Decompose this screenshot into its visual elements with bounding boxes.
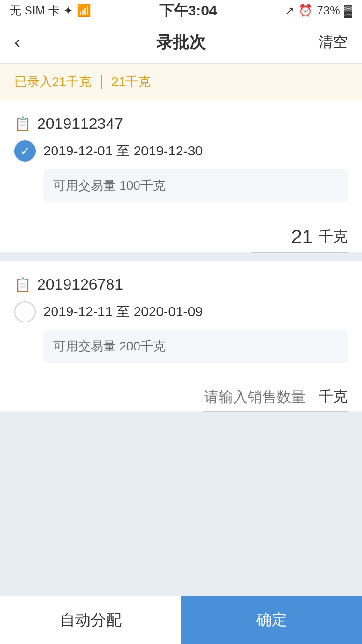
batch-1-amount-value: 21 (292, 226, 313, 248)
recorded-amount-label: 已录入21千克 (14, 73, 91, 90)
batch-2-quantity-input[interactable] (14, 389, 313, 405)
bottom-bar: 自动分配 确定 (0, 596, 362, 644)
clear-button[interactable]: 清空 (319, 32, 348, 52)
batch-2-date-row: 2019-12-11 至 2020-01-09 (14, 301, 348, 322)
batch-item-2: 📋 2019126781 2019-12-11 至 2020-01-09 可用交… (0, 261, 362, 377)
back-button[interactable]: ‹ (14, 32, 43, 53)
batch-1-id: 2019112347 (37, 115, 123, 133)
status-time: 下午3:04 (159, 1, 217, 21)
batch-1-available: 可用交易量 100千克 (43, 169, 348, 202)
info-banner: 已录入21千克 21千克 (0, 64, 362, 100)
batch-icon-2: 📋 (14, 277, 31, 293)
page-title: 录批次 (156, 31, 206, 54)
alarm-icon: ⏰ (298, 4, 313, 17)
empty-area (0, 412, 362, 605)
status-right: ↗ ⏰ 73% ▓ (285, 4, 352, 17)
content-area: 已录入21千克 21千克 📋 2019112347 ✓ 2019-12-01 至… (0, 64, 362, 605)
battery-icon: ▓ (344, 4, 352, 17)
location-icon: ↗ (285, 4, 294, 17)
batch-2-input-row: 千克 (0, 377, 362, 411)
batch-1-date: 2019-12-01 至 2019-12-30 (43, 142, 203, 160)
batch-icon-1: 📋 (14, 116, 31, 132)
sim-label: 无 SIM 卡 ✦ (10, 3, 73, 18)
batch-1-amount-row: 21 千克 (0, 216, 362, 252)
batch-1-radio[interactable]: ✓ (14, 140, 36, 162)
confirm-button[interactable]: 确定 (181, 596, 362, 644)
recorded-amount-value: 21千克 (111, 73, 151, 90)
nav-bar: ‹ 录批次 清空 (0, 21, 362, 64)
status-bar: 无 SIM 卡 ✦ 📶 下午3:04 ↗ ⏰ 73% ▓ (0, 0, 362, 21)
banner-divider (101, 75, 102, 89)
batch-2-input-unit: 千克 (319, 387, 348, 406)
status-left: 无 SIM 卡 ✦ 📶 (10, 3, 91, 18)
batch-2-available: 可用交易量 200千克 (43, 330, 348, 363)
batch-1-amount-unit: 千克 (319, 227, 348, 247)
batch-2-header: 📋 2019126781 (14, 276, 348, 294)
wifi-icon: 📶 (77, 4, 91, 17)
batch-2-date: 2019-12-11 至 2020-01-09 (43, 303, 203, 321)
section-separator (0, 253, 362, 261)
batch-1-date-row: ✓ 2019-12-01 至 2019-12-30 (14, 140, 348, 162)
check-icon: ✓ (20, 144, 30, 158)
battery-level: 73% (317, 4, 340, 17)
batch-2-id: 2019126781 (37, 276, 123, 294)
batch-item-1: 📋 2019112347 ✓ 2019-12-01 至 2019-12-30 可… (0, 100, 362, 216)
auto-distribute-button[interactable]: 自动分配 (0, 596, 181, 644)
batch-2-radio[interactable] (14, 301, 36, 322)
batch-1-header: 📋 2019112347 (14, 115, 348, 133)
